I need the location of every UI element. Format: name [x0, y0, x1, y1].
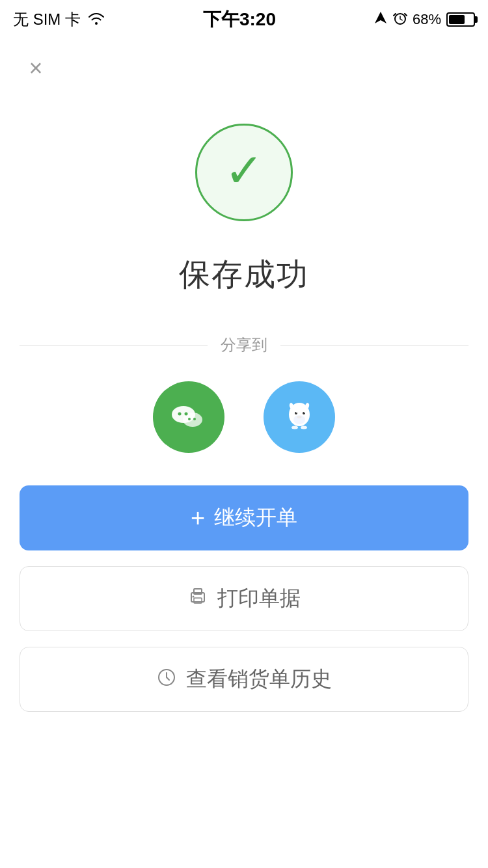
print-label: 打印单据 [217, 584, 301, 613]
continue-order-label: 继续开单 [214, 504, 297, 532]
history-button[interactable]: 查看销货单历史 [20, 647, 468, 712]
qq-icon [280, 398, 319, 437]
carrier-text: 无 SIM 卡 [13, 9, 81, 30]
share-divider-row: 分享到 [20, 334, 468, 355]
svg-point-14 [304, 412, 305, 413]
wechat-share-button[interactable] [153, 381, 224, 453]
history-label: 查看销货单历史 [186, 665, 332, 694]
share-label: 分享到 [221, 334, 267, 355]
svg-point-19 [291, 426, 298, 429]
alarm-icon [393, 10, 407, 29]
status-time: 下午3:20 [203, 7, 276, 32]
status-bar: 无 SIM 卡 下午3:20 68% [0, 0, 488, 39]
status-right: 68% [373, 10, 475, 29]
print-button[interactable]: 打印单据 [20, 566, 468, 631]
svg-point-4 [185, 413, 188, 416]
close-icon: × [29, 57, 42, 80]
status-left: 无 SIM 卡 [13, 9, 105, 30]
share-icons-row [20, 381, 468, 453]
svg-point-16 [293, 415, 305, 424]
location-icon [373, 10, 388, 29]
qq-share-button[interactable] [264, 381, 335, 453]
wechat-icon [168, 396, 210, 438]
svg-point-13 [296, 412, 297, 413]
svg-point-11 [295, 412, 297, 414]
battery-percentage: 68% [413, 11, 441, 28]
battery-icon [446, 12, 475, 27]
svg-point-24 [193, 595, 195, 597]
svg-point-5 [188, 418, 191, 420]
close-button[interactable]: × [20, 52, 52, 85]
history-icon [156, 667, 177, 692]
divider-left [20, 345, 208, 346]
svg-point-3 [178, 413, 182, 416]
wifi-icon [87, 10, 105, 29]
success-icon-wrapper: ✓ [195, 124, 293, 221]
success-circle: ✓ [195, 124, 293, 221]
action-buttons: + 继续开单 打印单据 查看销货单历史 [20, 485, 468, 712]
svg-point-20 [301, 426, 307, 429]
print-icon [187, 586, 208, 612]
continue-order-button[interactable]: + 继续开单 [20, 485, 468, 550]
checkmark-icon: ✓ [224, 147, 264, 194]
share-section: 分享到 [20, 334, 468, 453]
plus-icon: + [191, 504, 205, 532]
svg-point-12 [303, 412, 305, 414]
main-content: × ✓ 保存成功 分享到 [0, 39, 488, 868]
success-title: 保存成功 [179, 254, 309, 295]
divider-right [280, 345, 468, 346]
svg-point-6 [193, 418, 196, 420]
close-row: × [20, 39, 468, 98]
